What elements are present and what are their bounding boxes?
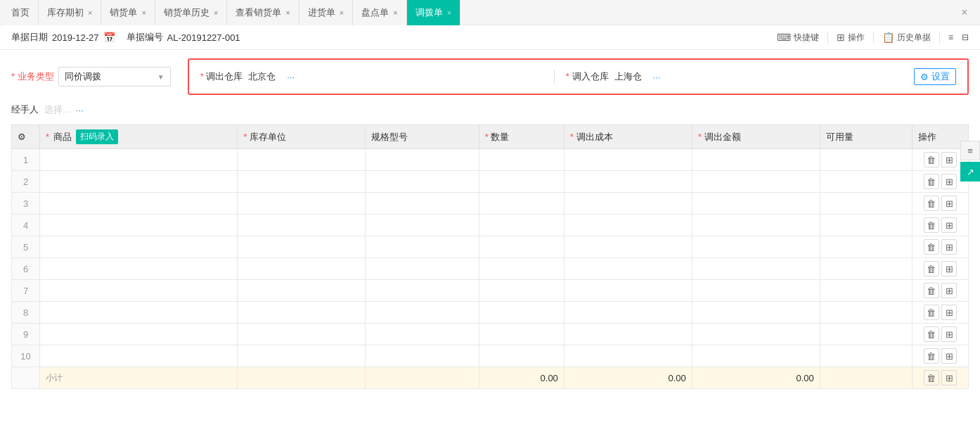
cell-cost-9[interactable] [564,324,692,345]
layout-btn-grid[interactable]: ⊟ [962,32,969,42]
cell-spec-7[interactable] [366,280,479,302]
cell-cost-6[interactable] [564,258,692,280]
copy-row-icon[interactable]: ⊞ [941,152,957,167]
cell-amount-5[interactable] [692,236,820,258]
tab-purchase-order-close[interactable]: × [340,8,344,17]
tab-purchase-order[interactable]: 进货单 × [299,0,353,25]
cell-product-6[interactable] [40,258,238,280]
copy-row-icon[interactable]: ⊞ [941,348,957,364]
cell-spec-9[interactable] [366,324,479,345]
cell-unit-6[interactable] [238,258,366,280]
delete-icon[interactable]: 🗑 [924,370,939,386]
warehouse-settings-btn[interactable]: ⚙ 设置 [914,68,956,85]
person-more[interactable]: ··· [76,105,84,115]
cell-amount-2[interactable] [692,171,820,193]
delete-row-icon[interactable]: 🗑 [924,196,939,211]
right-list-btn[interactable]: ≡ [960,141,980,160]
cell-unit-2[interactable] [238,171,366,193]
cell-available-4[interactable] [820,215,912,236]
cell-unit-8[interactable] [238,302,366,324]
cell-qty-8[interactable] [479,302,564,324]
cell-qty-9[interactable] [479,324,564,345]
cell-available-5[interactable] [820,236,912,258]
cell-cost-8[interactable] [564,302,692,324]
cell-spec-8[interactable] [366,302,479,324]
cell-amount-10[interactable] [692,345,820,367]
cell-product-9[interactable] [40,324,238,345]
tab-view-sales-close[interactable]: × [285,8,290,17]
cell-spec-10[interactable] [366,345,479,367]
th-settings[interactable]: ⚙ [12,125,40,149]
warehouse-in-more[interactable]: ··· [653,72,661,82]
cell-product-10[interactable] [40,345,238,367]
cell-cost-4[interactable] [564,215,692,236]
cell-available-3[interactable] [820,193,912,215]
delete-row-icon[interactable]: 🗑 [924,326,939,342]
cell-amount-3[interactable] [692,193,820,215]
tab-transfer-order[interactable]: 调拨单 × [407,0,460,25]
right-export-btn[interactable]: ↗ [960,162,980,181]
cell-qty-1[interactable] [479,149,564,171]
tab-view-sales[interactable]: 查看销货单 × [227,0,299,25]
copy-row-icon[interactable]: ⊞ [941,283,957,298]
cell-amount-1[interactable] [692,149,820,171]
delete-row-icon[interactable]: 🗑 [924,152,939,167]
cell-unit-1[interactable] [238,149,366,171]
cell-spec-4[interactable] [366,215,479,236]
cell-available-1[interactable] [820,149,912,171]
copy-row-icon[interactable]: ⊞ [941,305,957,320]
table-wrap[interactable]: ⚙ * 商品 扫码录入 * 库存单位 规格型号 [11,125,969,389]
tab-inventory-init-close[interactable]: × [88,8,92,17]
cell-qty-3[interactable] [479,193,564,215]
cell-spec-1[interactable] [366,149,479,171]
tab-inventory-init[interactable]: 库存期初 × [39,0,101,25]
cell-unit-4[interactable] [238,215,366,236]
layout-btn-list[interactable]: ≡ [948,32,953,42]
copy-row-icon[interactable]: ⊞ [941,326,957,342]
cell-qty-10[interactable] [479,345,564,367]
cell-spec-6[interactable] [366,258,479,280]
cell-unit-7[interactable] [238,280,366,302]
tab-inventory-check-close[interactable]: × [393,8,397,17]
cell-product-8[interactable] [40,302,238,324]
cell-cost-7[interactable] [564,280,692,302]
scan-button[interactable]: 扫码录入 [76,129,118,144]
cell-spec-2[interactable] [366,171,479,193]
cell-amount-4[interactable] [692,215,820,236]
warehouse-out-more[interactable]: ··· [287,72,295,82]
cell-cost-3[interactable] [564,193,692,215]
copy-row-icon[interactable]: ⊞ [941,261,957,276]
cell-amount-6[interactable] [692,258,820,280]
delete-row-icon[interactable]: 🗑 [924,283,939,298]
cell-product-2[interactable] [40,171,238,193]
cell-unit-3[interactable] [238,193,366,215]
cell-product-7[interactable] [40,280,238,302]
shortcut-btn[interactable]: ⌨ 快捷键 [777,32,819,44]
delete-row-icon[interactable]: 🗑 [924,174,939,189]
cell-available-6[interactable] [820,258,912,280]
cell-qty-4[interactable] [479,215,564,236]
tab-sales-order-close[interactable]: × [141,8,146,17]
cell-qty-7[interactable] [479,280,564,302]
copy-row-icon[interactable]: ⊞ [941,217,957,233]
cell-unit-10[interactable] [238,345,366,367]
tab-sales-history[interactable]: 销货单历史 × [155,0,227,25]
cell-product-3[interactable] [40,193,238,215]
cell-available-10[interactable] [820,345,912,367]
cell-available-2[interactable] [820,171,912,193]
cell-spec-3[interactable] [366,193,479,215]
cell-product-4[interactable] [40,215,238,236]
cell-available-8[interactable] [820,302,912,324]
window-close-button[interactable]: × [952,0,977,25]
calendar-icon[interactable]: 📅 [103,32,115,43]
cell-cost-2[interactable] [564,171,692,193]
copy-row-icon[interactable]: ⊞ [941,174,957,189]
cell-qty-5[interactable] [479,236,564,258]
cell-cost-10[interactable] [564,345,692,367]
cell-available-9[interactable] [820,324,912,345]
cell-qty-2[interactable] [479,171,564,193]
cell-available-7[interactable] [820,280,912,302]
tab-home[interactable]: 首页 [3,0,39,25]
operations-btn[interactable]: ⊞ 操作 [837,32,865,44]
tab-sales-order[interactable]: 销货单 × [101,0,155,25]
